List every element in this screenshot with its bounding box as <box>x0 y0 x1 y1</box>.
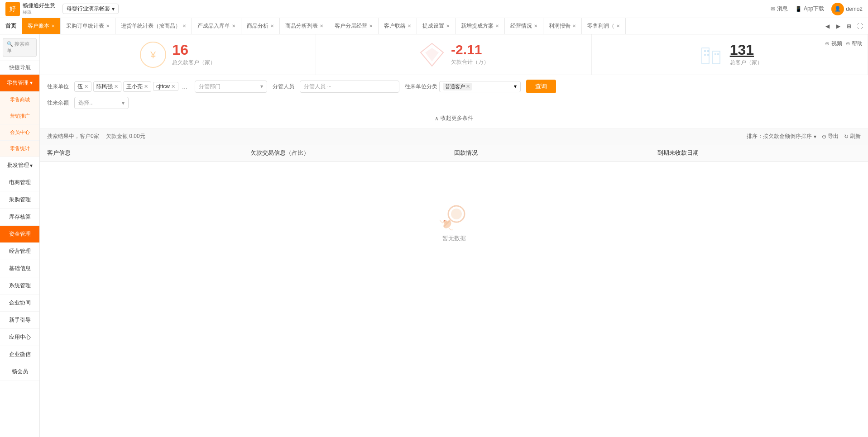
person-select[interactable]: 分管人员 ··· <box>300 81 399 93</box>
tab-customer-tier[interactable]: 客户分层经营 ✕ <box>329 18 379 34</box>
result-bar: 搜索结果中，客户0家 欠款金额 0.00元 排序：按欠款金额倒序排序 ▾ ⊙ 导… <box>40 129 868 144</box>
messages-label: 消息 <box>777 5 788 13</box>
tab-home[interactable]: 首页 <box>0 18 22 34</box>
tab-goods-list-close[interactable]: ✕ <box>320 24 323 28</box>
sidebar-item-retail-stats-label: 零售统计 <box>10 146 30 151</box>
unit-tag-chen: 陈民强 ✕ <box>93 81 121 92</box>
sidebar-item-wholesale[interactable]: 批发管理 ▾ <box>0 157 39 174</box>
dept-select[interactable]: 分管部门 ▾ <box>195 81 267 93</box>
top-bar: 好 畅捷通好生意 标版 母婴行业演示帐套 ▾ ✉ 消息 📱 App下载 👤 de… <box>0 0 868 18</box>
stat-label-debt: 欠款合计（万） <box>451 58 489 66</box>
yuan-icon: ¥ <box>139 41 167 68</box>
sidebar-item-system[interactable]: 系统管理 <box>0 277 39 294</box>
sidebar-item-weixin[interactable]: 企业微信 <box>0 346 39 363</box>
sidebar-item-app-center[interactable]: 应用中心 <box>0 329 39 346</box>
tab-purchase-stats[interactable]: 进货单统计表（按商品） ✕ <box>115 18 192 34</box>
tab-purchase-order-close[interactable]: ✕ <box>106 24 110 28</box>
search-icon: 🔍 <box>7 41 14 47</box>
stat-values-debt: -2.11 欠款合计（万） <box>451 43 489 66</box>
tab-goods-analysis-close[interactable]: ✕ <box>270 24 274 28</box>
store-name: 母婴行业演示帐套 <box>67 5 110 13</box>
query-button[interactable]: 查询 <box>526 80 556 93</box>
tab-purchase-order[interactable]: 采购订单统计表 ✕ <box>61 18 115 34</box>
quick-nav-label: 快捷导航 <box>9 64 31 71</box>
dept-placeholder: 分管部门 <box>199 83 221 90</box>
collapse-button[interactable]: ∧ 收起更多条件 <box>431 113 477 124</box>
unit-tag-wu-remove[interactable]: ✕ <box>84 84 88 90</box>
tab-menu-button[interactable]: ⊞ <box>844 22 854 31</box>
refresh-button[interactable]: ↻ 刷新 <box>844 133 861 140</box>
unit-more-button[interactable]: ... <box>180 82 189 91</box>
unit-filter-tags: 伍 ✕ 陈民强 ✕ 王小亮 ✕ cjttcw ✕ ... <box>74 81 189 92</box>
tab-purchase-stats-close[interactable]: ✕ <box>182 24 186 28</box>
tab-retail-profit[interactable]: 零售利润（ ✕ <box>582 18 626 34</box>
tab-business-close[interactable]: ✕ <box>534 24 537 28</box>
unit-tag-cj-remove[interactable]: ✕ <box>171 84 175 90</box>
classify-select[interactable]: 普通客户 ✕ ▾ <box>439 81 521 92</box>
filter-row-1: 往来单位 伍 ✕ 陈民强 ✕ 王小亮 ✕ cjttcw <box>47 80 861 93</box>
app-download-button[interactable]: 📱 App下载 <box>795 5 824 13</box>
messages-button[interactable]: ✉ 消息 <box>771 5 788 13</box>
unit-tag-wang-remove[interactable]: ✕ <box>144 84 148 90</box>
tab-customer-tier-close[interactable]: ✕ <box>369 24 373 28</box>
sidebar-item-finance[interactable]: 资金管理 <box>0 226 39 243</box>
tab-add-commission[interactable]: 新增提成方案 ✕ <box>456 18 505 34</box>
tab-business[interactable]: 经营情况 ✕ <box>505 18 543 34</box>
sidebar-item-marketing[interactable]: 营销推广 <box>0 108 39 124</box>
person-filter-label: 分管人员 <box>273 83 294 90</box>
sidebar-item-vip[interactable]: 畅会员 <box>0 363 39 380</box>
tab-commission-setting[interactable]: 提成设置 ✕ <box>417 18 456 34</box>
username: demo2 <box>846 6 863 12</box>
tab-customer-contact-close[interactable]: ✕ <box>408 24 411 28</box>
sidebar-item-marketing-label: 营销推广 <box>10 113 30 119</box>
sidebar-item-ecommerce[interactable]: 电商管理 <box>0 174 39 191</box>
tab-finished-goods[interactable]: 产成品入库单 ✕ <box>192 18 241 34</box>
tab-customer-ledger[interactable]: 客户账本 ✕ <box>22 18 61 34</box>
sidebar-item-guide[interactable]: 新手引导 <box>0 312 39 329</box>
tab-finished-goods-close[interactable]: ✕ <box>232 24 235 28</box>
tab-prev-button[interactable]: ◀ <box>823 22 832 31</box>
person-placeholder: 分管人员 <box>304 83 326 90</box>
tab-goods-analysis-label: 商品分析 <box>247 22 269 30</box>
amount-select[interactable]: 选择... ▾ <box>74 97 129 109</box>
unit-tag-chen-remove[interactable]: ✕ <box>114 84 118 90</box>
download-label: App下载 <box>804 5 824 13</box>
sidebar-item-guide-label: 新手引导 <box>9 317 31 323</box>
sidebar-item-retail-mgmt[interactable]: 零售管理 ▾ <box>0 75 39 92</box>
tab-customer-contact[interactable]: 客户联络 ✕ <box>379 18 417 34</box>
sidebar-item-retail-mall[interactable]: 零售商城 <box>0 92 39 108</box>
svg-point-13 <box>451 209 462 219</box>
tab-goods-analysis[interactable]: 商品分析 ✕ <box>241 18 280 34</box>
tab-profit-report[interactable]: 利润报告 ✕ <box>543 18 582 34</box>
sidebar-item-purchase[interactable]: 采购管理 <box>0 191 39 209</box>
tab-profit-report-close[interactable]: ✕ <box>572 24 576 28</box>
sidebar-item-retail-stats[interactable]: 零售统计 <box>0 141 39 157</box>
user-profile[interactable]: 👤 demo2 <box>831 3 863 15</box>
sidebar-item-purchase-label: 采购管理 <box>9 196 31 203</box>
tab-fullscreen-button[interactable]: ⛶ <box>855 22 864 31</box>
export-button[interactable]: ⊙ 导出 <box>822 133 839 140</box>
tab-next-button[interactable]: ▶ <box>834 22 843 31</box>
help-button[interactable]: ⊙ 帮助 <box>846 40 863 48</box>
video-help-button[interactable]: ⊙ 视频 <box>825 40 842 48</box>
debt-amount: 欠款金额 0.00元 <box>106 133 145 139</box>
stat-values-total: 131 总客户（家） <box>730 43 762 66</box>
search-menu-button[interactable]: 🔍 搜索菜单 <box>3 38 37 57</box>
store-selector[interactable]: 母婴行业演示帐套 ▾ <box>62 4 119 14</box>
sidebar-item-member[interactable]: 会员中心 <box>0 124 39 141</box>
quick-nav-button[interactable]: 快捷导航 <box>0 61 39 75</box>
tab-goods-list[interactable]: 商品分析列表 ✕ <box>280 18 329 34</box>
sort-button[interactable]: 排序：按欠款金额倒序排序 ▾ <box>747 133 816 140</box>
sidebar-item-inventory[interactable]: 库存核算 <box>0 209 39 226</box>
tab-commission-setting-close[interactable]: ✕ <box>446 24 450 28</box>
classify-tag-remove[interactable]: ✕ <box>466 84 470 90</box>
sidebar-item-operations[interactable]: 经营管理 <box>0 243 39 260</box>
tab-customer-ledger-close[interactable]: ✕ <box>51 24 55 28</box>
sidebar-item-basic-info[interactable]: 基础信息 <box>0 260 39 277</box>
sidebar-item-enterprise[interactable]: 企业协同 <box>0 294 39 312</box>
result-actions: 排序：按欠款金额倒序排序 ▾ ⊙ 导出 ↻ 刷新 <box>747 133 861 140</box>
tab-finished-goods-label: 产成品入库单 <box>197 22 230 30</box>
tab-add-commission-close[interactable]: ✕ <box>495 24 499 28</box>
tab-retail-profit-close[interactable]: ✕ <box>616 24 620 28</box>
empty-illustration <box>436 198 472 234</box>
